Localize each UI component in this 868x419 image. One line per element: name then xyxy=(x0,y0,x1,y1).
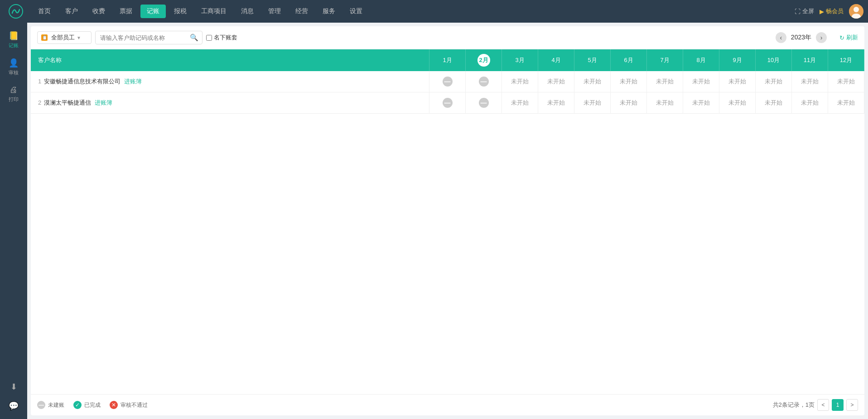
year-label: 2023年 xyxy=(791,34,811,42)
month-cell-2[interactable]: — xyxy=(466,71,502,92)
nav-operation[interactable]: 经营 xyxy=(289,5,314,18)
page-prev-button[interactable]: < xyxy=(817,399,829,411)
logo-icon xyxy=(9,4,23,19)
not-started-label: 未开始 xyxy=(583,78,601,85)
sidebar-item-download[interactable]: ⬇ xyxy=(2,378,25,395)
nav-fee[interactable]: 收费 xyxy=(86,5,111,18)
top-navigation: 首页 客户 收费 票据 记账 报税 工商项目 消息 管理 经营 服务 设置 ⛶ … xyxy=(0,0,868,23)
col-month-12: 12月 xyxy=(828,49,864,71)
not-started-label: 未开始 xyxy=(511,78,529,85)
nav-message[interactable]: 消息 xyxy=(235,5,260,18)
vip-button[interactable]: ▶ 畅会员 xyxy=(820,7,844,15)
month-cell-1[interactable]: — xyxy=(429,92,466,114)
employee-select-label: 全部员工 xyxy=(51,34,75,42)
avatar-icon xyxy=(849,4,863,19)
sidebar-item-bookkeeping[interactable]: 📒 记账 xyxy=(2,27,25,53)
checkbox-text: 名下账套 xyxy=(214,34,237,42)
legend-red-icon: ✕ xyxy=(110,401,118,409)
enter-ledger-link[interactable]: 进账簿 xyxy=(95,99,112,106)
bookkeeping-icon: 📒 xyxy=(9,31,19,41)
month-cell-9: 未开始 xyxy=(719,92,756,114)
refresh-button[interactable]: ↻ 刷新 xyxy=(839,34,858,42)
col-month-2: 2月 xyxy=(466,49,502,71)
under-account-checkbox[interactable] xyxy=(206,35,212,41)
dash-icon: — xyxy=(443,98,453,108)
sidebar-item-print[interactable]: 🖨 打印 xyxy=(2,82,25,106)
nav-client[interactable]: 客户 xyxy=(59,5,84,18)
client-name: 漠澜太平畅捷通信 xyxy=(44,99,91,106)
col-month-8: 8月 xyxy=(683,49,719,71)
nav-right: ⛶ 全屏 ▶ 畅会员 xyxy=(795,4,863,19)
nav-service[interactable]: 服务 xyxy=(316,5,342,18)
month-cell-6: 未开始 xyxy=(611,92,647,114)
page-next-button[interactable]: > xyxy=(846,399,858,411)
col-month-1: 1月 xyxy=(429,49,466,71)
page-1-button[interactable]: 1 xyxy=(832,399,844,411)
active-month-badge: 2月 xyxy=(477,54,490,67)
sidebar-print-label: 打印 xyxy=(9,96,19,103)
nav-home[interactable]: 首页 xyxy=(32,5,57,18)
year-prev-button[interactable]: ‹ xyxy=(776,32,786,43)
nav-manage[interactable]: 管理 xyxy=(262,5,287,18)
toolbar: 📋 全部员工 ▼ 🔍 名下账套 ‹ 2023年 › ↻ 刷新 xyxy=(31,26,864,49)
not-started-label: 未开始 xyxy=(511,99,529,106)
pagination: 共2条记录，1页 < 1 > xyxy=(773,399,858,411)
main-layout: 📒 记账 👤 审核 🖨 打印 ⬇ 💬 📋 全部员工 ▼ xyxy=(0,23,868,419)
fullscreen-button[interactable]: ⛶ 全屏 xyxy=(795,7,814,15)
month-cell-3: 未开始 xyxy=(502,92,538,114)
not-started-label: 未开始 xyxy=(728,78,746,85)
nav-invoice[interactable]: 票据 xyxy=(113,5,139,18)
sidebar-audit-label: 审核 xyxy=(9,69,19,76)
not-started-label: 未开始 xyxy=(692,78,710,85)
avatar[interactable] xyxy=(849,4,863,19)
logo xyxy=(5,4,27,19)
search-button[interactable]: 🔍 xyxy=(186,31,202,44)
search-input[interactable] xyxy=(96,32,186,43)
svg-point-2 xyxy=(854,7,859,12)
month-cell-9: 未开始 xyxy=(719,71,756,92)
nav-settings[interactable]: 设置 xyxy=(343,5,369,18)
col-month-7: 7月 xyxy=(647,49,683,71)
print-icon: 🖨 xyxy=(10,85,18,95)
dash-icon: — xyxy=(479,77,489,87)
year-next-button[interactable]: › xyxy=(816,32,827,43)
not-started-label: 未开始 xyxy=(728,99,746,106)
dash-icon: — xyxy=(443,77,453,87)
col-month-10: 10月 xyxy=(756,49,792,71)
nav-bookkeeping[interactable]: 记账 xyxy=(140,5,166,18)
month-cell-11: 未开始 xyxy=(792,71,828,92)
table-wrapper: 客户名称 1月 2月 3月 4月 5月 6月 7月 8月 9月 10月 11月 … xyxy=(31,49,864,394)
not-started-label: 未开始 xyxy=(837,78,855,85)
client-name-cell: 2漠澜太平畅捷通信进账簿 xyxy=(31,92,429,114)
month-cell-12: 未开始 xyxy=(828,71,864,92)
not-started-label: 未开始 xyxy=(801,99,819,106)
col-month-11: 11月 xyxy=(792,49,828,71)
chevron-down-icon: ▼ xyxy=(77,35,81,40)
month-cell-12: 未开始 xyxy=(828,92,864,114)
sidebar-item-audit[interactable]: 👤 审核 xyxy=(2,54,25,80)
col-month-4: 4月 xyxy=(538,49,574,71)
checkbox-label[interactable]: 名下账套 xyxy=(206,34,237,42)
not-started-label: 未开始 xyxy=(547,99,565,106)
month-cell-4: 未开始 xyxy=(538,71,574,92)
month-cell-10: 未开始 xyxy=(756,71,792,92)
footer: — 未建账 ✓ 已完成 ✕ 审核不通过 共2条记录，1页 < 1 > xyxy=(31,394,864,415)
nav-tax[interactable]: 报税 xyxy=(168,5,193,18)
month-cell-1[interactable]: — xyxy=(429,71,466,92)
not-started-label: 未开始 xyxy=(765,99,782,106)
sidebar-item-chat[interactable]: 💬 xyxy=(2,397,25,414)
employee-select[interactable]: 📋 全部员工 ▼ xyxy=(37,31,92,44)
refresh-icon: ↻ xyxy=(839,34,844,41)
sidebar-bookkeeping-label: 记账 xyxy=(9,42,19,49)
month-cell-2[interactable]: — xyxy=(466,92,502,114)
refresh-label: 刷新 xyxy=(846,34,858,42)
enter-ledger-link[interactable]: 进账簿 xyxy=(124,78,142,85)
nav-business[interactable]: 工商项目 xyxy=(195,5,233,18)
table-row: 2漠澜太平畅捷通信进账簿——未开始未开始未开始未开始未开始未开始未开始未开始未开… xyxy=(31,92,864,114)
not-started-label: 未开始 xyxy=(837,99,855,106)
content-area: 📋 全部员工 ▼ 🔍 名下账套 ‹ 2023年 › ↻ 刷新 xyxy=(31,26,864,415)
not-started-label: 未开始 xyxy=(765,78,782,85)
nav-items: 首页 客户 收费 票据 记账 报税 工商项目 消息 管理 经营 服务 设置 xyxy=(32,5,795,18)
month-cell-7: 未开始 xyxy=(647,71,683,92)
legend-not-built: — 未建账 xyxy=(37,401,64,409)
